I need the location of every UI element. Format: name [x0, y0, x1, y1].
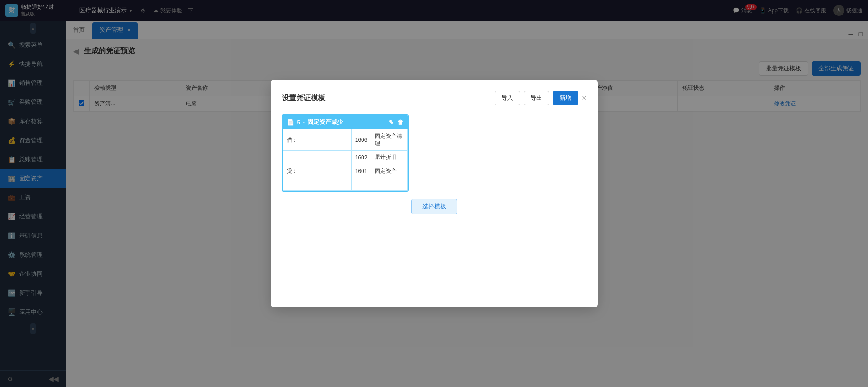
entry-code-1: 1602 [351, 151, 371, 164]
template-entries-table: 借： 1606 固定资产清理 1602 累计折旧 贷： 1601 固定 [283, 129, 408, 191]
new-template-button[interactable]: 新增 [553, 91, 578, 105]
template-entry-row [283, 178, 407, 191]
entry-account-2: 固定资产 [371, 164, 407, 178]
entry-direction-2: 贷： [283, 164, 351, 178]
modal-header: 设置凭证模板 导入 导出 新增 × [282, 91, 587, 105]
template-card: 📄 5 - 固定资产减少 ✎ 🗑 借： 1606 [282, 114, 409, 192]
template-id: 5 [297, 119, 300, 126]
template-entry-row: 1602 累计折旧 [283, 151, 407, 164]
choose-template-button[interactable]: 选择模板 [411, 199, 457, 214]
modal-actions: 导入 导出 新增 [495, 91, 578, 105]
voucher-template-modal: 设置凭证模板 导入 导出 新增 × 📄 5 - 固定资产减少 [271, 80, 598, 307]
template-edit-icon[interactable]: ✎ [389, 119, 394, 126]
entry-direction-3 [283, 178, 351, 191]
template-separator: - [303, 119, 305, 126]
entry-code-3 [351, 178, 371, 191]
choose-btn-container: 选择模板 [282, 199, 587, 214]
modal-body: 📄 5 - 固定资产减少 ✎ 🗑 借： 1606 [282, 114, 587, 214]
entry-code-0: 1606 [351, 129, 371, 151]
modal-title: 设置凭证模板 [282, 94, 325, 103]
entry-account-0: 固定资产清理 [371, 129, 407, 151]
template-card-header: 📄 5 - 固定资产减少 ✎ 🗑 [283, 115, 408, 129]
export-button[interactable]: 导出 [524, 91, 549, 105]
template-entry-row: 借： 1606 固定资产清理 [283, 129, 407, 151]
template-name: 固定资产减少 [308, 118, 343, 126]
entry-account-1: 累计折旧 [371, 151, 407, 164]
template-delete-icon[interactable]: 🗑 [397, 119, 403, 126]
entry-direction-1 [283, 151, 351, 164]
template-entry-row: 贷： 1601 固定资产 [283, 164, 407, 178]
entry-account-3 [371, 178, 407, 191]
entry-direction-0: 借： [283, 129, 351, 151]
template-doc-icon: 📄 [287, 119, 294, 126]
modal-close-button[interactable]: × [582, 94, 587, 103]
entry-code-2: 1601 [351, 164, 371, 178]
template-card-header-left: 📄 5 - 固定资产减少 [287, 118, 343, 126]
template-card-header-actions: ✎ 🗑 [389, 119, 403, 126]
import-button[interactable]: 导入 [495, 91, 520, 105]
modal-overlay: 设置凭证模板 导入 导出 新增 × 📄 5 - 固定资产减少 [0, 0, 868, 387]
